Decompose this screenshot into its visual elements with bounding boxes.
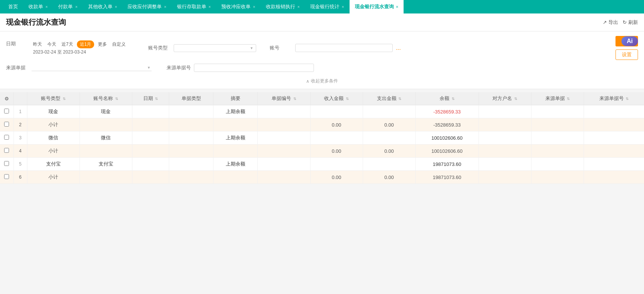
ai-badge[interactable]: Ai [621, 36, 638, 46]
th-gear[interactable]: ⚙ [0, 92, 14, 105]
nav-close-4[interactable]: × [164, 4, 166, 9]
cell-source-doc-num [584, 105, 644, 118]
data-table: ⚙ 账号类型 ⇅ 账号名称 ⇅ 日期 ⇅ 单据类型 摘要 [0, 92, 644, 184]
th-account-type[interactable]: 账号类型 ⇅ [27, 92, 80, 105]
th-source-doc-num[interactable]: 来源单据号 ⇅ [584, 92, 644, 105]
source-doc-select[interactable]: ▾ [32, 64, 152, 71]
cell-balance: 100102606.60 [415, 145, 479, 158]
cell-date [132, 171, 169, 184]
th-doc-num[interactable]: 单据编号 ⇅ [258, 92, 310, 105]
cell-account-name [80, 171, 132, 184]
th-summary: 摘要 [213, 92, 258, 105]
nav-item-4[interactable]: 应收应付调整单 × [122, 0, 171, 13]
cell-counterpart [479, 158, 531, 171]
cell-expense [363, 105, 415, 118]
settings-button[interactable]: 设置 [615, 49, 638, 60]
nav-close-1[interactable]: × [45, 4, 48, 9]
date-label: 日期 [6, 40, 29, 47]
table-row[interactable]: 6 小计 0.00 0.00 19871073.60 [0, 171, 644, 184]
table-row[interactable]: 3 微信 微信 上期余额 100102606.60 [0, 131, 644, 145]
table-row[interactable]: 5 支付宝 支付宝 上期余额 19871073.60 [0, 158, 644, 171]
source-doc-num-label: 来源单据号 [167, 64, 191, 71]
sort-counterpart[interactable]: ⇅ [514, 97, 517, 101]
table-row[interactable]: 4 小计 0.00 0.00 100102606.60 [0, 145, 644, 158]
date-btn-more[interactable]: 更多 [96, 40, 108, 48]
nav-home[interactable]: 首页 [3, 0, 23, 13]
nav-item-3[interactable]: 其他收入单 × [83, 0, 122, 13]
nav-close-5[interactable]: × [209, 4, 211, 9]
export-button[interactable]: ↗ 导出 [603, 19, 618, 26]
source-doc-num-input[interactable] [194, 64, 314, 72]
cell-account-name: 现金 [80, 105, 132, 118]
th-income[interactable]: 收入金额 ⇅ [310, 92, 363, 105]
nav-item-5[interactable]: 银行存取款单 × [172, 0, 216, 13]
th-account-name[interactable]: 账号名称 ⇅ [80, 92, 132, 105]
nav-close-9[interactable]: × [396, 4, 398, 9]
cell-checkbox[interactable] [0, 145, 14, 158]
nav-item-1[interactable]: 收款单 × [23, 0, 53, 13]
cell-checkbox[interactable] [0, 105, 14, 118]
cell-date [132, 105, 169, 118]
th-counterpart[interactable]: 对方户名 ⇅ [479, 92, 531, 105]
nav-close-8[interactable]: × [342, 4, 344, 9]
cell-balance: -3528659.33 [415, 105, 479, 118]
date-btn-custom[interactable]: 自定义 [111, 40, 127, 48]
cell-doc-type [169, 105, 213, 118]
cell-checkbox[interactable] [0, 158, 14, 171]
nav-item-9[interactable]: 现金银行流水查询 × [350, 0, 404, 13]
sort-account-name[interactable]: ⇅ [115, 97, 118, 101]
nav-close-2[interactable]: × [75, 4, 77, 9]
date-btn-1month[interactable]: 近1月 [77, 40, 95, 48]
sort-income[interactable]: ⇅ [346, 97, 349, 101]
table-row[interactable]: 1 现金 现金 上期余额 -3528659.33 [0, 105, 644, 118]
nav-close-7[interactable]: × [297, 4, 300, 9]
collapse-bar[interactable]: ∧ 收起更多条件 [6, 76, 638, 86]
th-expense[interactable]: 支出金额 ⇅ [363, 92, 415, 105]
refresh-icon: ↻ [623, 19, 627, 25]
refresh-button[interactable]: ↻ 刷新 [623, 19, 638, 26]
cell-num: 3 [14, 131, 27, 145]
sort-source-doc[interactable]: ⇅ [567, 97, 570, 101]
cell-checkbox[interactable] [0, 171, 14, 184]
table-row[interactable]: 2 小计 0.00 0.00 -3528659.33 [0, 118, 644, 131]
nav-item-8[interactable]: 现金银行统计 × [305, 0, 349, 13]
sort-account-type[interactable]: ⇅ [63, 97, 66, 101]
cell-expense: 0.00 [363, 118, 415, 131]
date-btn-today[interactable]: 今天 [46, 40, 58, 48]
export-icon: ↗ [603, 19, 607, 25]
cell-counterpart [479, 171, 531, 184]
account-dots-button[interactable]: ... [396, 45, 401, 51]
sort-date[interactable]: ⇅ [155, 97, 158, 101]
cell-account-name: 微信 [80, 131, 132, 145]
cell-expense [363, 131, 415, 145]
cell-checkbox[interactable] [0, 131, 14, 145]
account-type-select[interactable]: ▾ [174, 44, 256, 52]
source-doc-num-item: 来源单据号 [167, 64, 314, 72]
account-label: 账号 [270, 45, 292, 51]
date-range: 2023-02-24 至 2023-03-24 [33, 49, 127, 55]
sort-source-doc-num[interactable]: ⇅ [626, 97, 629, 101]
sort-expense[interactable]: ⇅ [398, 97, 401, 101]
nav-close-3[interactable]: × [115, 4, 117, 9]
th-date[interactable]: 日期 ⇅ [132, 92, 169, 105]
th-source-doc[interactable]: 来源单据 ⇅ [531, 92, 584, 105]
cell-summary: 上期余额 [213, 158, 258, 171]
cell-income [310, 158, 363, 171]
cell-source-doc [531, 118, 584, 131]
nav-close-6[interactable]: × [253, 4, 255, 9]
th-doc-type: 单据类型 [169, 92, 213, 105]
date-btn-yesterday[interactable]: 昨天 [32, 40, 44, 48]
nav-item-6[interactable]: 预收冲应收单 × [216, 0, 260, 13]
nav-item-7[interactable]: 收款核销执行 × [261, 0, 305, 13]
date-btn-7days[interactable]: 近7天 [60, 40, 75, 48]
cell-checkbox[interactable] [0, 118, 14, 131]
cell-doc-num [258, 171, 310, 184]
sort-balance[interactable]: ⇅ [452, 97, 455, 101]
nav-item-2[interactable]: 付款单 × [53, 0, 83, 13]
cell-counterpart [479, 131, 531, 145]
account-input[interactable] [295, 44, 393, 52]
cell-doc-type [169, 118, 213, 131]
sort-doc-num[interactable]: ⇅ [293, 97, 296, 101]
cell-income: 0.00 [310, 145, 363, 158]
th-balance[interactable]: 余额 ⇅ [415, 92, 479, 105]
